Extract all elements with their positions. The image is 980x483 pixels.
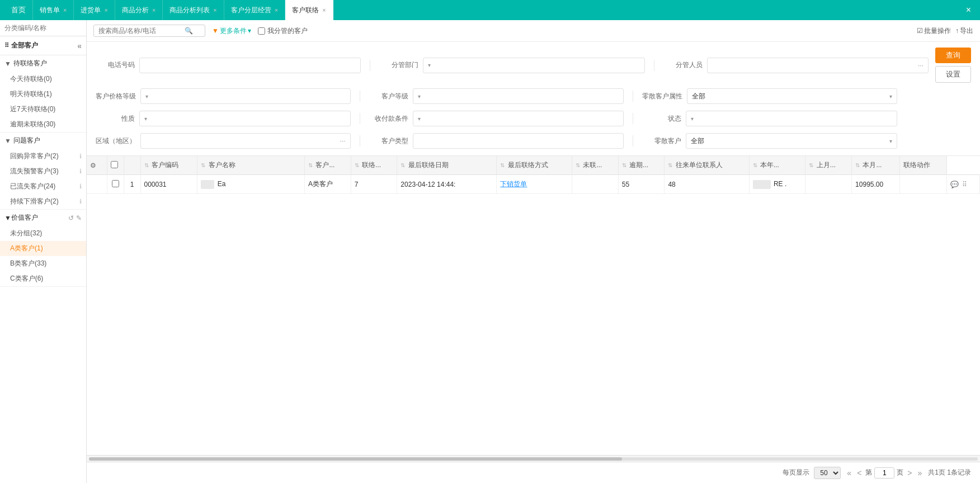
sidebar-item-class-a[interactable]: A类客户(1) <box>0 241 86 256</box>
info-icon-churn-warning: ℹ <box>79 168 82 175</box>
problem-group-title[interactable]: ▼ 问题客户 <box>0 132 86 149</box>
chat-action-icon[interactable]: 💬 <box>950 181 959 188</box>
close-analysis-tab[interactable]: × <box>152 7 156 13</box>
sidebar-item-today[interactable]: 今天待联络(0) <box>0 72 86 87</box>
sidebar-item-repurchase[interactable]: 回购异常客户(2) ℹ <box>0 149 86 164</box>
sidebar-item-declining[interactable]: 持续下滑客户(2) ℹ <box>0 194 86 209</box>
sidebar-item-churned[interactable]: 已流失客户(24) ℹ <box>0 179 86 194</box>
sort-icon-overdue[interactable]: ⇅ <box>622 162 626 168</box>
sidebar-item-churn-warning[interactable]: 流失预警客户(3) ℹ <box>0 164 86 179</box>
person-input[interactable]: ··· <box>707 58 929 73</box>
retail2-input[interactable]: 全部 ▾ <box>686 133 897 149</box>
nav-tab-customer-segment[interactable]: 客户分层经营 × <box>224 0 285 20</box>
nature-input[interactable]: ▾ <box>139 111 351 126</box>
last-contact-method-link[interactable]: 下销货单 <box>500 180 527 188</box>
sidebar: 🔍 ⠿ 全部客户 « ▼ 待联络客户 今天待联络(0) 明天待联络(1) 近7天… <box>0 20 87 483</box>
sidebar-item-tomorrow[interactable]: 明天待联络(1) <box>0 87 86 102</box>
nav-home[interactable]: 首页 <box>4 0 33 20</box>
filter-nature: 性质 ▾ <box>96 110 351 127</box>
pending-group-title[interactable]: ▼ 待联络客户 <box>0 55 86 72</box>
search-input[interactable] <box>98 27 182 35</box>
filter-row-2: 客户价格等级 ▾ 客户等级 ▾ 零散客户属性 全部 <box>96 87 971 105</box>
col-gear: ⚙ <box>87 156 107 175</box>
refresh-icon[interactable]: ↺ <box>68 214 74 222</box>
customer-level-input[interactable]: ▾ <box>413 88 624 104</box>
first-page-button[interactable]: « <box>845 468 853 477</box>
close-all-button[interactable]: × <box>962 5 976 15</box>
close-purchase-tab[interactable]: × <box>104 7 107 13</box>
more-filter-button[interactable]: ▼ 更多条件 ▾ <box>212 26 251 36</box>
filter-price-level: 客户价格等级 ▾ <box>96 87 351 105</box>
close-analysis-list-tab[interactable]: × <box>213 7 216 13</box>
retail2-label: 零散客户 <box>642 136 681 146</box>
nav-tab-purchase[interactable]: 进货单 × <box>74 0 115 20</box>
horizontal-scrollbar[interactable] <box>87 455 980 462</box>
sort-icon-last-month[interactable]: ⇅ <box>809 162 813 168</box>
row-checkbox[interactable] <box>112 180 119 187</box>
sort-icon-contact[interactable]: ⇅ <box>355 162 359 168</box>
dept-input[interactable]: ▾ <box>423 58 644 73</box>
filter-row-3: 性质 ▾ 收付款条件 ▾ 状态 ▾ <box>96 110 971 127</box>
nav-tab-analysis-list[interactable]: 商品分析列表 × <box>163 0 224 20</box>
batch-op-button[interactable]: ☑ 批量操作 <box>917 26 951 36</box>
content-area: 🔍 ▼ 更多条件 ▾ 我分管的客户 ☑ 批量操作 ↑ 导出 <box>87 20 980 483</box>
select-all-checkbox[interactable] <box>111 161 118 168</box>
sort-icon-method[interactable]: ⇅ <box>500 162 505 168</box>
value-group-title[interactable]: ▼ 价值客户 ↺ ✎ <box>0 210 86 226</box>
sort-icon-name[interactable]: ⇅ <box>201 162 205 168</box>
prev-page-button[interactable]: < <box>855 468 863 477</box>
pagination-bar: 每页显示 50 « < 第 页 > » 共1页 1条记录 <box>87 462 980 483</box>
nav-tab-sales[interactable]: 销售单 × <box>33 0 74 20</box>
edit-icon[interactable]: ✎ <box>76 214 82 222</box>
sort-icon-no-contact[interactable]: ⇅ <box>576 162 580 168</box>
retail-attr-input[interactable]: 全部 ▾ <box>687 88 897 104</box>
search-box[interactable]: 🔍 <box>93 25 205 37</box>
close-sales-tab[interactable]: × <box>63 7 67 13</box>
close-customer-contact-tab[interactable]: × <box>322 7 326 13</box>
col-overdue: ⇅ 逾期... <box>618 156 665 175</box>
customer-type-input[interactable] <box>413 133 624 149</box>
category-search-input[interactable] <box>4 24 87 32</box>
all-customers-header: ⠿ 全部客户 « <box>0 36 86 55</box>
last-page-button[interactable]: » <box>916 468 924 477</box>
close-customer-segment-tab[interactable]: × <box>275 7 278 13</box>
status-label: 状态 <box>642 114 681 124</box>
col-last-method: ⇅ 最后联络方式 <box>497 156 572 175</box>
sort-icon-code[interactable]: ⇅ <box>144 162 149 168</box>
my-customer-checkbox-container[interactable]: 我分管的客户 <box>258 26 308 36</box>
problem-arrow-icon: ▼ <box>4 137 11 145</box>
payment-input[interactable]: ▾ <box>413 111 624 126</box>
sort-icon-month[interactable]: ⇅ <box>855 162 860 168</box>
person-label: 分管人员 <box>663 60 703 70</box>
sidebar-collapse-icon[interactable]: « <box>77 41 82 50</box>
sidebar-item-unclassified[interactable]: 未分组(32) <box>0 226 86 241</box>
next-page-button[interactable]: > <box>906 468 913 477</box>
nav-tab-analysis[interactable]: 商品分析 × <box>115 0 163 20</box>
export-button[interactable]: ↑ 导出 <box>955 26 973 36</box>
filter-person: 分管人员 ··· <box>663 56 929 74</box>
region-label: 区域（地区） <box>96 136 136 146</box>
query-button[interactable]: 查询 <box>935 48 971 63</box>
search-icon[interactable]: 🔍 <box>185 27 193 35</box>
page-size-select[interactable]: 50 <box>814 467 841 479</box>
col-code: ⇅ 客户编码 <box>140 156 197 175</box>
more-action-icon[interactable]: ⠿ <box>962 181 967 188</box>
sidebar-item-overdue[interactable]: 逾期未联络(30) <box>0 117 86 132</box>
region-input[interactable]: ··· <box>140 133 351 149</box>
sort-icon-contact-person[interactable]: ⇅ <box>668 162 672 168</box>
scrollbar-thumb[interactable] <box>89 457 622 461</box>
nav-tab-customer-contact[interactable]: 客户联络 × <box>285 0 333 20</box>
sidebar-item-class-c[interactable]: C类客户(6) <box>0 271 86 286</box>
sidebar-item-week[interactable]: 近7天待联络(0) <box>0 102 86 117</box>
my-customer-checkbox[interactable] <box>258 27 265 35</box>
page-number-input[interactable] <box>874 467 894 479</box>
phone-input[interactable] <box>139 58 361 73</box>
price-level-input[interactable]: ▾ <box>140 88 351 104</box>
sort-icon-date[interactable]: ⇅ <box>401 162 405 168</box>
sort-icon-year[interactable]: ⇅ <box>753 162 757 168</box>
gear-icon[interactable]: ⚙ <box>90 162 96 169</box>
status-input[interactable]: ▾ <box>686 111 897 126</box>
sort-icon-type[interactable]: ⇅ <box>308 162 313 168</box>
set-button[interactable]: 设置 <box>935 66 971 83</box>
sidebar-item-class-b[interactable]: B类客户(33) <box>0 256 86 271</box>
